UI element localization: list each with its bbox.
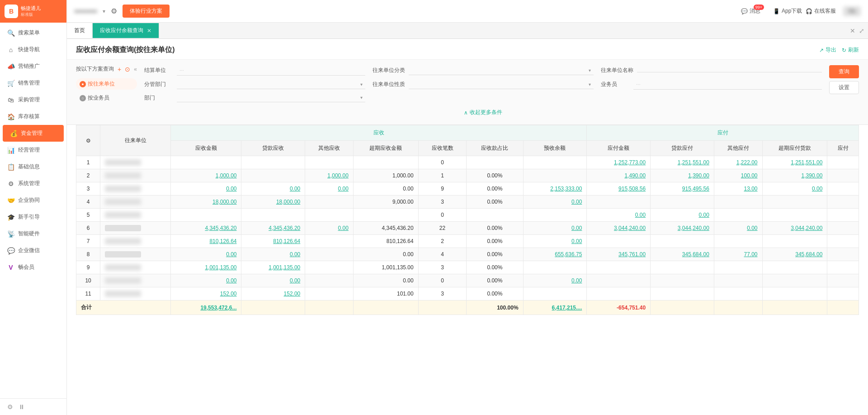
row-ar-other[interactable]: 0.00 [305, 182, 354, 196]
sidebar-item-operations[interactable]: 📊 经营管理 [0, 142, 66, 158]
row-ar-other[interactable]: 1,000.00 [305, 169, 354, 182]
query-nav: 按以下方案查询 + ⊙ « ● 按往来单位 ○ [76, 65, 137, 119]
row-ar-loan[interactable]: 810,126.64 [241, 235, 305, 248]
collapse-button[interactable]: ∧ 收起更多条件 [464, 109, 502, 116]
row-ar-loan[interactable]: 0.00 [241, 274, 305, 287]
row-ap-loan[interactable]: 3,044,240.00 [651, 222, 714, 235]
row-ar-loan[interactable]: 0.00 [241, 182, 305, 196]
row-ap-other[interactable]: 1,222.00 [714, 156, 762, 169]
sidebar-item-inventory[interactable]: 🏠 库存核算 [0, 108, 66, 125]
row-ar-loan[interactable]: 18,000.00 [241, 196, 305, 209]
row-ap-loan[interactable]: 1,251,551.00 [651, 156, 714, 169]
row-ap-amount[interactable]: 915,508.56 [587, 182, 651, 196]
tab-home[interactable]: 首页 [67, 23, 93, 38]
sidebar-item-enterprise[interactable]: 🤝 企业协同 [0, 192, 66, 209]
row-ar-amount[interactable]: 0.00 [171, 248, 241, 261]
row-ap-overdue[interactable]: 345,684.00 [762, 248, 827, 261]
row-ap-loan[interactable]: 0.00 [651, 209, 714, 222]
sidebar-item-guide[interactable]: 🎓 新手引导 [0, 209, 66, 225]
row-prepay[interactable]: 2,153,333.00 [523, 182, 587, 196]
row-ap-amount[interactable]: 0.00 [587, 209, 651, 222]
row-ap-other[interactable]: 0.00 [714, 222, 762, 235]
partner-category-input[interactable]: ▾ [409, 66, 594, 75]
row-ar-amount[interactable]: 1,000.00 [171, 169, 241, 182]
sub-nav-by-partner[interactable]: ● 按往来单位 [76, 78, 137, 90]
row-ar-loan[interactable]: 0.00 [241, 248, 305, 261]
row-ar-amount[interactable]: 4,345,436.20 [171, 222, 241, 235]
settings-button[interactable]: 设置 [829, 81, 859, 94]
row-ap-amount[interactable]: 1,252,773.00 [587, 156, 651, 169]
user-avatar[interactable]: Rit [843, 6, 861, 16]
row-ap-amount[interactable]: 345,761.00 [587, 248, 651, 261]
row-ap-loan[interactable]: 1,390.00 [651, 169, 714, 182]
sidebar-item-sales[interactable]: 🛒 销售管理 [0, 75, 66, 91]
row-ar-amount[interactable]: 0.00 [171, 182, 241, 196]
row-prepay[interactable]: 0.00 [523, 196, 587, 209]
export-button[interactable]: ↗ 导出 [819, 46, 836, 54]
settlement-input[interactable]: ··· [177, 65, 365, 76]
online-service-button[interactable]: 🎧 在线客服 [806, 7, 836, 15]
row-ar-loan[interactable]: 1,001,135.00 [241, 261, 305, 274]
breadcrumb-chevron-icon[interactable]: ▾ [103, 8, 105, 14]
settlement-dots: ··· [179, 67, 184, 73]
footer-prepay[interactable]: 6,417,215.... [523, 301, 587, 315]
row-ap-other[interactable]: 13.00 [714, 182, 762, 196]
sidebar-item-hardware[interactable]: 📡 智能硬件 [0, 225, 66, 242]
row-ar-amount[interactable]: 18,000.00 [171, 196, 241, 209]
sidebar-item-basic[interactable]: 📋 基础信息 [0, 158, 66, 175]
tab-close-icon[interactable]: ✕ [147, 28, 151, 34]
refresh-button[interactable]: ↻ 刷新 [842, 46, 859, 54]
row-ap-other[interactable]: 77.00 [714, 248, 762, 261]
industry-solution-button[interactable]: 体验行业方案 [123, 5, 170, 18]
dept-input[interactable]: ▾ [177, 93, 365, 102]
salesman-input[interactable]: ··· [633, 79, 822, 90]
row-ar-amount[interactable]: 810,126.64 [171, 235, 241, 248]
row-ar-loan[interactable]: 152.00 [241, 287, 305, 301]
row-ar-amount[interactable]: 1,001,135.00 [171, 261, 241, 274]
row-prepay[interactable]: 0.00 [523, 235, 587, 248]
row-ar-amount[interactable]: 152.00 [171, 287, 241, 301]
sidebar-item-wechat[interactable]: 💬 企业微信 [0, 242, 66, 259]
footer-settings-icon[interactable]: ⚙ [7, 403, 13, 410]
sidebar-item-system[interactable]: ⚙ 系统管理 [0, 175, 66, 192]
row-ap-overdue[interactable]: 3,044,240.00 [762, 222, 827, 235]
footer-ar-amount[interactable]: 19,553,472,6... [171, 301, 241, 315]
th-settings[interactable]: ⚙ [76, 125, 100, 156]
query-collapse-icon[interactable]: « [134, 66, 137, 72]
dept-manager-input[interactable]: ▾ [177, 80, 365, 89]
row-ap-amount[interactable]: 3,044,240.00 [587, 222, 651, 235]
row-ap-overdue [762, 274, 827, 287]
sidebar-item-purchase[interactable]: 🛍 采购管理 [0, 91, 66, 108]
row-ap-overdue[interactable]: 1,390.00 [762, 169, 827, 182]
sidebar-item-marketing[interactable]: 📣 营销推广 [0, 58, 66, 75]
topbar-gear-icon[interactable]: ⚙ [111, 7, 117, 15]
row-prepay[interactable]: 0.00 [523, 274, 587, 287]
partner-name-input[interactable] [637, 68, 822, 72]
row-ap-other[interactable]: 100.00 [714, 169, 762, 182]
sidebar-item-search-menu[interactable]: 🔍 搜索菜单 [0, 24, 66, 41]
tab-close-all-icon[interactable]: ✕ [850, 27, 855, 34]
row-prepay[interactable]: 655,636.75 [523, 248, 587, 261]
tab-expand-icon[interactable]: ⤢ [859, 27, 864, 34]
sidebar-item-quick-nav[interactable]: ⌂ 快捷导航 [0, 41, 66, 58]
row-ar-loan[interactable]: 4,345,436.20 [241, 222, 305, 235]
query-button[interactable]: 查询 [829, 65, 859, 78]
sidebar-item-finance[interactable]: 💰 资金管理 [3, 125, 64, 142]
row-ar-other[interactable]: 0.00 [305, 222, 354, 235]
row-ap-loan[interactable]: 345,684.00 [651, 248, 714, 261]
row-ap-amount[interactable]: 1,490.00 [587, 169, 651, 182]
sub-nav-by-salesman[interactable]: ○ 按业务员 [76, 92, 137, 104]
row-prepay[interactable]: 0.00 [523, 222, 587, 235]
row-ar-amount[interactable]: 0.00 [171, 274, 241, 287]
sidebar-item-member[interactable]: V 畅会员 [0, 259, 66, 276]
footer-collapse-icon[interactable]: ⏸ [19, 403, 25, 410]
app-download-button[interactable]: 📱 App下载 [773, 7, 802, 15]
query-settings-icon[interactable]: ⊙ [125, 66, 130, 73]
query-add-icon[interactable]: + [118, 66, 121, 73]
row-ap-loan[interactable]: 915,495.56 [651, 182, 714, 196]
row-ap-overdue[interactable]: 0.00 [762, 182, 827, 196]
tab-query[interactable]: 应收应付余额查询 ✕ [93, 23, 159, 38]
message-button[interactable]: 💬 消息 99+ [741, 7, 760, 15]
partner-nature-input[interactable]: ▾ [409, 80, 594, 89]
row-ap-overdue[interactable]: 1,251,551.00 [762, 156, 827, 169]
